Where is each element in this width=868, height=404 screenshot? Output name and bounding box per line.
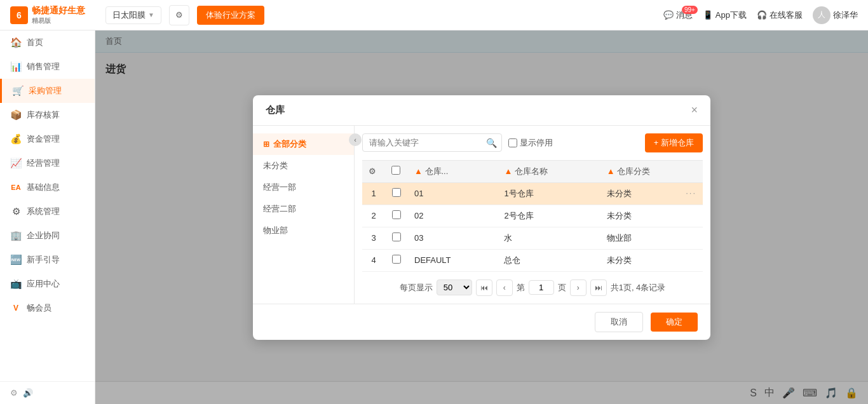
sidebar: 🏠 首页 📊 销售管理 🛒 采购管理 📦 库存核算 💰 资金管理 📈 经营管理 … bbox=[0, 30, 95, 404]
sidebar-label-purchase: 采购管理 bbox=[29, 85, 62, 97]
store-selector[interactable]: 日太阳膜 ▼ bbox=[105, 6, 161, 24]
table-row[interactable]: 2 02 2号仓库 未分类 bbox=[362, 205, 703, 227]
confirm-button[interactable]: 确定 bbox=[651, 313, 698, 332]
table-body: 1 01 1号仓库 未分类 ··· bbox=[362, 182, 703, 271]
th-code[interactable]: ▲ 仓库... bbox=[408, 160, 498, 182]
industry-btn[interactable]: 体验行业方案 bbox=[197, 6, 264, 25]
last-page-btn[interactable]: ⏭ bbox=[590, 279, 607, 296]
th-settings[interactable]: ⚙ bbox=[362, 160, 385, 182]
row1-category: 未分类 ··· bbox=[600, 182, 703, 205]
sidebar-item-purchase[interactable]: 🛒 采购管理 bbox=[0, 79, 95, 103]
user-menu[interactable]: 人 徐泽华 bbox=[813, 6, 858, 24]
prev-page-btn[interactable]: ‹ bbox=[496, 279, 513, 296]
pagination: 每页显示 50 10 20 100 ⏮ ‹ 第 页 bbox=[362, 279, 703, 296]
sidebar-label-operation: 经营管理 bbox=[27, 158, 60, 169]
select-all-checkbox[interactable] bbox=[391, 166, 400, 175]
content-area: 首页 进货 仓库 × ⊞ 全部分类 bbox=[95, 30, 868, 404]
sidebar-item-basics[interactable]: EA 基础信息 bbox=[0, 175, 95, 199]
cat-item-dept1[interactable]: 经营一部 bbox=[253, 177, 354, 198]
header-center: 日太阳膜 ▼ ⚙ 体验行业方案 bbox=[105, 5, 663, 25]
modal-close-button[interactable]: × bbox=[691, 104, 698, 116]
row2-num: 2 bbox=[362, 205, 385, 227]
guide-icon: 🆕 bbox=[10, 254, 22, 266]
sidebar-item-guide[interactable]: 🆕 新手引导 bbox=[0, 248, 95, 272]
enterprise-icon: 🏢 bbox=[10, 230, 22, 241]
row2-cb[interactable] bbox=[385, 205, 408, 227]
cat-item-property[interactable]: 物业部 bbox=[253, 220, 354, 241]
row2-checkbox[interactable] bbox=[392, 210, 401, 219]
row3-cb[interactable] bbox=[385, 227, 408, 249]
row1-checkbox[interactable] bbox=[392, 188, 401, 197]
row4-code: DEFAULT bbox=[408, 249, 498, 271]
per-page-select[interactable]: 50 10 20 100 bbox=[437, 279, 472, 295]
store-name: 日太阳膜 bbox=[112, 10, 146, 21]
th-category[interactable]: ▲ 仓库分类 bbox=[600, 160, 703, 182]
app-label: App下载 bbox=[715, 10, 747, 21]
row1-num: 1 bbox=[362, 182, 385, 205]
row4-checkbox[interactable] bbox=[392, 255, 401, 264]
sales-icon: 📊 bbox=[10, 61, 22, 72]
show-disabled-checkbox[interactable] bbox=[508, 138, 517, 147]
sidebar-bottom[interactable]: ⚙ 🔊 bbox=[0, 381, 95, 404]
cat-item-dept2[interactable]: 经营二部 bbox=[253, 198, 354, 220]
sidebar-item-operation[interactable]: 📈 经营管理 bbox=[0, 151, 95, 175]
table-row[interactable]: 1 01 1号仓库 未分类 ··· bbox=[362, 182, 703, 205]
row1-action-dots[interactable]: ··· bbox=[686, 188, 696, 198]
modal-header: 仓库 × bbox=[253, 95, 710, 126]
cat-item-all[interactable]: ⊞ 全部分类 bbox=[253, 133, 354, 155]
modal-title: 仓库 bbox=[266, 104, 285, 116]
sidebar-item-sales[interactable]: 📊 销售管理 bbox=[0, 55, 95, 79]
sidebar-item-home[interactable]: 🏠 首页 bbox=[0, 30, 95, 55]
sidebar-label-system: 系统管理 bbox=[27, 206, 60, 217]
app-download-btn[interactable]: 📱 App下载 bbox=[703, 10, 747, 21]
member-icon: V bbox=[10, 304, 22, 313]
settings-button[interactable]: ⚙ bbox=[169, 5, 189, 25]
collapse-button[interactable]: ‹ bbox=[349, 133, 362, 146]
th-name-icon: ▲ bbox=[504, 166, 512, 176]
cat-label-all: 全部分类 bbox=[273, 138, 306, 150]
search-icon[interactable]: 🔍 bbox=[486, 138, 497, 148]
sidebar-item-system[interactable]: ⚙ 系统管理 bbox=[0, 199, 95, 224]
row1-cb[interactable] bbox=[385, 182, 408, 205]
th-code-label: 仓库... bbox=[425, 166, 449, 176]
brand-logo: 6 畅捷通好生意 精易版 bbox=[10, 5, 105, 25]
sidebar-label-apps: 应用中心 bbox=[27, 278, 60, 290]
sidebar-item-member[interactable]: V 畅会员 bbox=[0, 296, 95, 320]
first-page-btn[interactable]: ⏮ bbox=[476, 279, 492, 296]
cat-label-0: 未分类 bbox=[263, 160, 288, 172]
messages-btn[interactable]: 💬 消息 99+ bbox=[663, 10, 693, 21]
row3-num: 3 bbox=[362, 227, 385, 249]
apps-icon: 📺 bbox=[10, 278, 22, 290]
user-name: 徐泽华 bbox=[833, 10, 858, 21]
sidebar-item-finance[interactable]: 💰 资金管理 bbox=[0, 127, 95, 151]
page-input[interactable] bbox=[529, 280, 554, 295]
sidebar-item-inventory[interactable]: 📦 库存核算 bbox=[0, 103, 95, 127]
sidebar-item-enterprise[interactable]: 🏢 企业协同 bbox=[0, 224, 95, 248]
row2-name: 2号仓库 bbox=[498, 205, 600, 227]
row4-cb[interactable] bbox=[385, 249, 408, 271]
next-page-btn[interactable]: › bbox=[570, 279, 587, 296]
row2-code: 02 bbox=[408, 205, 498, 227]
gear-icon: ⚙ bbox=[175, 10, 183, 20]
search-input[interactable] bbox=[362, 133, 502, 152]
cat-item-unclassified[interactable]: 未分类 bbox=[253, 155, 354, 177]
table-row[interactable]: 3 03 水 物业部 bbox=[362, 227, 703, 249]
sidebar-label-finance: 资金管理 bbox=[27, 133, 60, 145]
modal-overlay: 仓库 × ⊞ 全部分类 未分类 经营 bbox=[95, 30, 868, 404]
online-service-btn[interactable]: 🎧 在线客服 bbox=[757, 10, 803, 21]
th-name[interactable]: ▲ 仓库名称 bbox=[498, 160, 600, 182]
modal-body: ⊞ 全部分类 未分类 经营一部 经营二部 物业部 bbox=[253, 126, 710, 304]
main-layout: 🏠 首页 📊 销售管理 🛒 采购管理 📦 库存核算 💰 资金管理 📈 经营管理 … bbox=[0, 30, 868, 404]
th-checkbox[interactable] bbox=[385, 160, 408, 182]
sidebar-label-inventory: 库存核算 bbox=[27, 109, 60, 121]
cancel-button[interactable]: 取消 bbox=[595, 312, 643, 332]
row3-checkbox[interactable] bbox=[392, 232, 401, 241]
row1-category-text: 未分类 bbox=[607, 189, 632, 198]
sidebar-item-apps[interactable]: 📺 应用中心 bbox=[0, 272, 95, 296]
row1-name: 1号仓库 bbox=[498, 182, 600, 205]
row2-category: 未分类 bbox=[600, 205, 703, 227]
add-warehouse-button[interactable]: + 新增仓库 bbox=[645, 133, 703, 152]
operation-icon: 📈 bbox=[10, 158, 22, 169]
th-code-icon: ▲ bbox=[414, 166, 423, 176]
table-row[interactable]: 4 DEFAULT 总仓 未分类 bbox=[362, 249, 703, 271]
